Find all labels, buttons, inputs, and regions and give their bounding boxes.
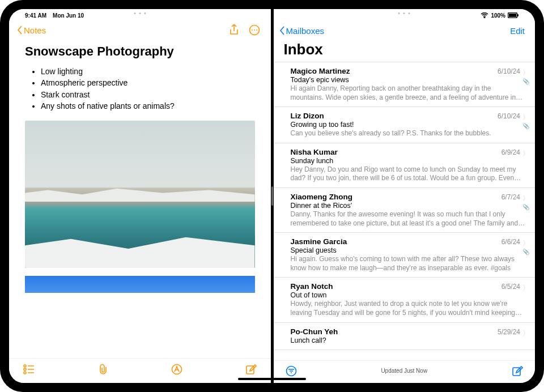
chevron-right-icon: 〉: [522, 194, 529, 203]
markup-button[interactable]: [171, 363, 183, 376]
mail-item[interactable]: Jasmine Garcia6/6/24Special guestsHi aga…: [274, 233, 536, 278]
ipad-frame: 9:41 AM Mon Jun 10 100% Notes: [0, 0, 544, 392]
chevron-right-icon: 〉: [522, 68, 529, 78]
edit-button[interactable]: Edit: [510, 26, 525, 36]
mailboxes-back-button[interactable]: Mailboxes: [279, 26, 325, 36]
svg-point-5: [252, 29, 253, 31]
svg-point-7: [256, 29, 257, 31]
chevron-left-icon: [17, 25, 23, 35]
chevron-left-icon: [279, 26, 285, 35]
note-title: Snowscape Photography: [25, 44, 255, 59]
svg-point-0: [484, 17, 486, 18]
svg-point-6: [254, 29, 255, 31]
mail-subject: Sunday lunch: [291, 157, 526, 165]
more-button[interactable]: [248, 24, 261, 36]
mail-item[interactable]: Magico Martinez6/10/24Today's epic views…: [274, 62, 536, 107]
battery-percent: 100%: [491, 12, 505, 19]
mail-preview: Howdy, neighbor, Just wanted to drop a q…: [291, 300, 526, 317]
battery-icon: [508, 12, 519, 18]
mail-status: Updated Just Now: [381, 368, 427, 374]
inbox-title: Inbox: [274, 40, 536, 62]
mail-date: 6/9/24: [502, 148, 520, 156]
notes-toolbar: [9, 358, 271, 383]
filter-button[interactable]: [285, 365, 298, 377]
share-button[interactable]: [228, 24, 240, 36]
note-content[interactable]: Snowscape Photography Low lighting Atmos…: [9, 40, 271, 358]
mail-preview: Hi again Danny, Reporting back on anothe…: [291, 84, 526, 102]
mail-item[interactable]: Liz Dizon6/10/24Growing up too fast!Can …: [274, 107, 536, 143]
note-bullet-list: Low lighting Atmospheric perspective Sta…: [25, 66, 255, 112]
chevron-right-icon: 〉: [522, 149, 529, 159]
mail-item[interactable]: Nisha Kumar6/9/24Sunday lunchHey Danny, …: [274, 143, 536, 188]
screen: 9:41 AM Mon Jun 10 100% Notes: [9, 9, 535, 383]
mail-subject: Special guests: [291, 246, 526, 254]
svg-point-9: [24, 368, 26, 370]
attachment-button[interactable]: [97, 363, 109, 376]
mail-date: 6/10/24: [498, 67, 520, 75]
mail-preview: Hi again. Guess who's coming to town wit…: [291, 255, 526, 272]
mail-sender: Po-Chun Yeh: [291, 327, 498, 336]
mail-preview: Hey Danny, Do you and Rigo want to come …: [291, 165, 526, 183]
status-bar: 9:41 AM Mon Jun 10 100%: [9, 9, 535, 20]
note-bullet: Low lighting: [41, 66, 255, 77]
mail-date: 6/10/24: [498, 112, 520, 120]
svg-point-8: [24, 365, 26, 367]
mail-item[interactable]: Ryan Notch6/5/24Out of townHowdy, neighb…: [274, 278, 536, 322]
mail-item[interactable]: Po-Chun Yeh5/29/24Lunch call?〉: [274, 323, 536, 350]
mail-sender: Nisha Kumar: [291, 148, 502, 156]
checklist-button[interactable]: [23, 363, 35, 376]
paperclip-icon: [98, 364, 108, 375]
attachment-indicator-icon: 📎: [522, 123, 529, 129]
status-time: 9:41 AM: [25, 12, 46, 19]
chevron-right-icon: 〉: [522, 238, 529, 248]
status-time-date: 9:41 AM Mon Jun 10: [25, 12, 84, 19]
notes-pane: Notes Snowscape Photography Low lighting…: [9, 9, 271, 383]
chevron-right-icon: 〉: [522, 113, 529, 122]
mail-preview: Danny, Thanks for the awesome evening! I…: [291, 210, 526, 228]
mail-item[interactable]: Xiaomeng Zhong6/7/24Dinner at the Ricos'…: [274, 188, 536, 233]
chevron-right-icon: 〉: [522, 329, 529, 338]
chevron-right-icon: 〉: [522, 283, 529, 293]
compose-button[interactable]: [245, 363, 257, 376]
svg-rect-2: [509, 14, 516, 17]
mail-date: 6/6/24: [502, 238, 520, 246]
note-bullet: Any shots of native plants or animals?: [41, 100, 255, 112]
home-indicator[interactable]: [238, 378, 306, 380]
note-photo-2[interactable]: [25, 276, 255, 293]
mail-date: 6/5/24: [502, 283, 520, 291]
mail-subject: Out of town: [291, 291, 526, 299]
wifi-icon: [481, 12, 488, 18]
notes-back-label: Notes: [24, 25, 46, 35]
mail-subject: Today's epic views: [291, 76, 526, 84]
compose-mail-button[interactable]: [511, 365, 524, 377]
svg-rect-3: [517, 14, 518, 16]
mail-sender: Ryan Notch: [291, 282, 502, 291]
svg-point-10: [24, 372, 26, 374]
notes-back-button[interactable]: Notes: [17, 25, 46, 35]
share-icon: [230, 24, 239, 36]
mail-date: 6/7/24: [502, 193, 520, 201]
mail-sender: Magico Martinez: [291, 67, 498, 75]
ellipsis-circle-icon: [249, 24, 260, 36]
mail-subject: Dinner at the Ricos': [291, 202, 526, 210]
mail-subject: Lunch call?: [291, 336, 526, 344]
compose-icon: [512, 365, 523, 377]
attachment-indicator-icon: 📎: [522, 249, 529, 255]
mail-list[interactable]: Magico Martinez6/10/24Today's epic views…: [274, 62, 536, 360]
status-date: Mon Jun 10: [53, 12, 84, 19]
note-bullet: Atmospheric perspective: [41, 77, 255, 88]
mail-toolbar: Updated Just Now: [274, 360, 536, 383]
status-right: 100%: [481, 12, 519, 19]
filter-icon: [286, 365, 297, 377]
mail-sender: Liz Dizon: [291, 112, 498, 120]
note-bullet: Stark contrast: [41, 89, 255, 100]
mailboxes-back-label: Mailboxes: [286, 26, 325, 36]
note-photo[interactable]: [25, 121, 255, 268]
mail-date: 5/29/24: [498, 328, 520, 336]
mail-pane: Mailboxes Edit Inbox Magico Martinez6/10…: [274, 9, 536, 383]
attachment-indicator-icon: 📎: [522, 78, 529, 84]
mail-sender: Jasmine Garcia: [291, 237, 502, 246]
markup-icon: [171, 364, 182, 375]
attachment-indicator-icon: 📎: [522, 204, 529, 210]
checklist-icon: [23, 364, 35, 374]
